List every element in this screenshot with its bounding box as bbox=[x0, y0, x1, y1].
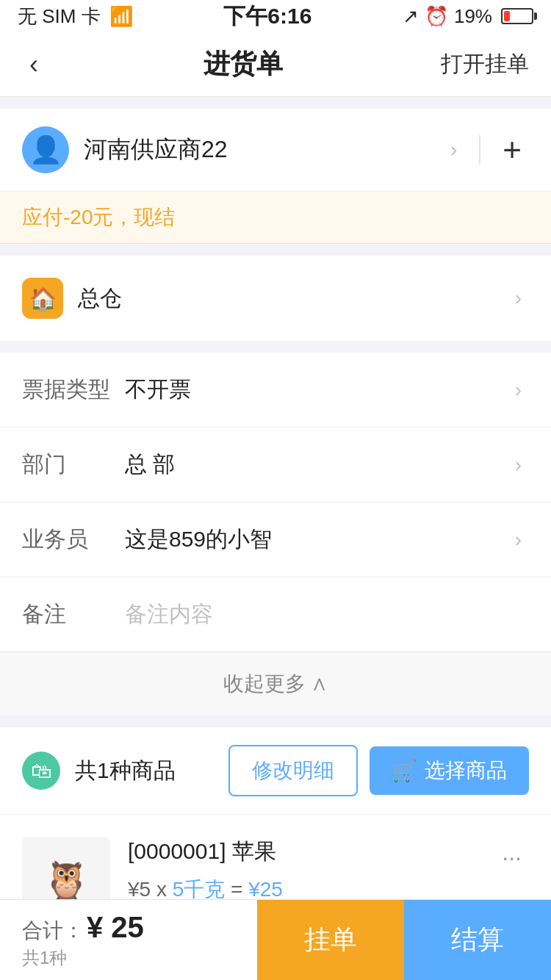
total-amount: ¥ 25 bbox=[87, 911, 144, 944]
cart-icon: 🛒 bbox=[392, 759, 417, 783]
dept-value: 总 部 bbox=[125, 450, 515, 480]
back-button[interactable]: ‹ bbox=[22, 42, 46, 87]
supplier-card: 👤 河南供应商22 › + 应付-20元，现结 bbox=[0, 109, 551, 244]
total-label: 合计： bbox=[22, 917, 84, 945]
total-count: 共1种 bbox=[22, 946, 235, 970]
select-product-label: 选择商品 bbox=[425, 757, 507, 785]
multiply-sign: x bbox=[156, 878, 173, 901]
sales-label: 业务员 bbox=[22, 525, 125, 555]
supplier-chevron-icon: › bbox=[450, 138, 457, 162]
notes-row[interactable]: 备注 备注内容 bbox=[0, 577, 551, 652]
notice-banner: 应付-20元，现结 bbox=[0, 192, 551, 244]
dept-row[interactable]: 部门 总 部 › bbox=[0, 428, 551, 502]
status-time: 下午6:16 bbox=[223, 1, 311, 32]
product-info: [0000001] 苹果 ¥5 x 5千克 = ¥25 bbox=[128, 837, 494, 904]
select-product-button[interactable]: 🛒 选择商品 bbox=[370, 746, 529, 795]
product-more-button[interactable]: ··· bbox=[494, 837, 529, 879]
notes-placeholder: 备注内容 bbox=[125, 599, 529, 630]
total-value: ¥25 bbox=[248, 878, 283, 901]
warehouse-card: 🏠 总仓 › bbox=[0, 256, 551, 341]
price-value: ¥5 bbox=[128, 878, 151, 901]
invoice-chevron-icon: › bbox=[515, 378, 522, 402]
checkout-button[interactable]: 结算 bbox=[404, 900, 551, 981]
supplier-divider bbox=[479, 135, 480, 165]
footer: 合计： ¥ 25 共1种 挂单 结算 bbox=[0, 899, 551, 980]
bag-icon: 🛍 bbox=[31, 759, 51, 783]
warehouse-icon: 🏠 bbox=[22, 278, 63, 319]
notes-label: 备注 bbox=[22, 599, 125, 630]
edit-details-button[interactable]: 修改明细 bbox=[228, 745, 358, 796]
status-left: 无 SIM 卡 📶 bbox=[18, 4, 133, 29]
dept-chevron-icon: › bbox=[515, 453, 522, 477]
collapse-button[interactable]: 收起更多 ∧ bbox=[0, 652, 551, 716]
sales-chevron-icon: › bbox=[515, 528, 522, 552]
footer-total: 合计： ¥ 25 共1种 bbox=[0, 911, 257, 970]
supplier-row[interactable]: 👤 河南供应商22 › + bbox=[0, 109, 551, 192]
add-supplier-button[interactable]: + bbox=[495, 131, 529, 168]
hang-button[interactable]: 挂单 bbox=[257, 900, 404, 981]
warehouse-chevron-icon: › bbox=[515, 287, 522, 310]
page-title: 进货单 bbox=[204, 46, 283, 82]
avatar-icon: 👤 bbox=[29, 134, 62, 165]
product-name: [0000001] 苹果 bbox=[128, 837, 494, 867]
status-right: ↗ ⏰ 19% bbox=[403, 5, 533, 28]
quantity-value: 5千克 bbox=[173, 878, 226, 901]
alarm-icon: ⏰ bbox=[425, 5, 448, 28]
location-icon: ↗ bbox=[403, 5, 419, 28]
sales-value: 这是859的小智 bbox=[125, 525, 515, 555]
sales-row[interactable]: 业务员 这是859的小智 › bbox=[0, 502, 551, 577]
fields-card: 票据类型 不开票 › 部门 总 部 › 业务员 这是859的小智 › 备注 备注… bbox=[0, 353, 551, 716]
open-hang-button[interactable]: 打开挂单 bbox=[441, 49, 529, 79]
invoice-label: 票据类型 bbox=[22, 375, 125, 405]
nav-bar: ‹ 进货单 打开挂单 bbox=[0, 32, 551, 97]
content-area: 👤 河南供应商22 › + 应付-20元，现结 🏠 总仓 › 票据类型 不开票 … bbox=[0, 109, 551, 980]
products-count: 共1种商品 bbox=[75, 756, 228, 786]
battery-percent: 19% bbox=[454, 5, 492, 28]
warehouse-name: 总仓 bbox=[78, 284, 515, 314]
wifi-icon: 📶 bbox=[109, 5, 133, 28]
warehouse-row[interactable]: 🏠 总仓 › bbox=[0, 256, 551, 341]
owl-icon: 🦉 bbox=[43, 859, 90, 904]
equals-sign: = bbox=[231, 878, 248, 901]
sim-status: 无 SIM 卡 bbox=[18, 4, 101, 29]
products-icon: 🛍 bbox=[22, 752, 60, 790]
total-row: 合计： ¥ 25 bbox=[22, 911, 235, 945]
invoice-value: 不开票 bbox=[125, 375, 515, 405]
invoice-type-row[interactable]: 票据类型 不开票 › bbox=[0, 353, 551, 428]
dept-label: 部门 bbox=[22, 450, 125, 480]
products-header: 🛍 共1种商品 修改明细 🛒 选择商品 bbox=[0, 727, 551, 815]
battery-icon bbox=[501, 8, 533, 24]
status-bar: 无 SIM 卡 📶 下午6:16 ↗ ⏰ 19% bbox=[0, 0, 551, 32]
supplier-name: 河南供应商22 bbox=[84, 134, 450, 166]
supplier-avatar: 👤 bbox=[22, 126, 69, 173]
